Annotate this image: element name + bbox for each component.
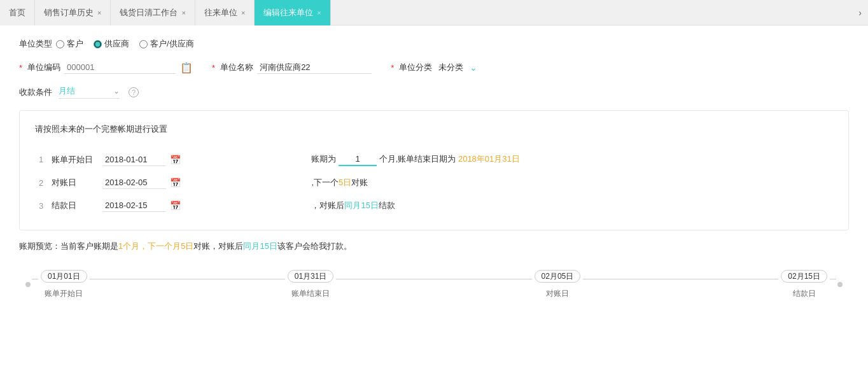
step-2-calendar-icon[interactable]: 📅 (170, 178, 181, 188)
timeline-point-1: 01月01日 账单开始日 (38, 271, 90, 299)
tab-sales-history-label: 销售订单历史 (44, 7, 94, 18)
timeline-point-2: 01月31日 账单结束日 (285, 271, 337, 299)
timeline-container: 01月01日 账单开始日 01月31日 账单结束日 02月05日 对账日 (19, 265, 849, 318)
tab-edit-partner-label: 编辑往来单位 (263, 7, 313, 18)
step-2-date-input[interactable] (102, 176, 166, 189)
step-2-num: 2 (35, 171, 48, 194)
step-2-date-wrapper: 📅 (102, 176, 304, 189)
unit-code-input[interactable] (64, 61, 176, 74)
preview-end: 该客户会给我打款。 (277, 241, 352, 251)
timeline-point-2-dot-wrapper: 01月31日 (285, 271, 337, 282)
tab-cash-work-label: 钱货日清工作台 (120, 7, 178, 18)
radio-customer[interactable]: 客户 (56, 38, 83, 50)
timeline-point-3: 02月05日 对账日 (532, 271, 584, 299)
step-1-date-wrapper: 📅 (102, 153, 304, 166)
radio-supplier-input[interactable] (94, 40, 102, 48)
step-1-label: 账单开始日 (48, 148, 99, 171)
payment-condition-select-wrapper: 月结 ⌄ (59, 85, 120, 99)
unit-type-field: 单位类型 客户 供应商 客户/供应商 (19, 38, 194, 50)
payment-condition-row: 收款条件 月结 ⌄ ? (19, 85, 849, 99)
step-2-label: 对账日 (48, 171, 99, 194)
timeline-point-2-date: 01月31日 (288, 270, 334, 283)
preview-text: 账期预览：当前客户账期是1个月，下一个月5日对账，对账后同月15日该客户会给我打… (19, 241, 849, 252)
payment-condition-chevron[interactable]: ⌄ (113, 87, 120, 95)
tab-partners[interactable]: 往来单位 × (195, 0, 255, 25)
radio-both[interactable]: 客户/供应商 (139, 38, 194, 50)
step-1-date-input[interactable] (102, 153, 166, 166)
step-1-desc: 账期为 个月,账单结束日期为 2018年01月31日 (307, 148, 833, 171)
radio-both-label: 客户/供应商 (150, 38, 194, 50)
step-3-row: 3 结款日 📅 ，对账后同月15日结款 (35, 194, 833, 217)
tab-home[interactable]: 首页 (0, 0, 35, 25)
timeline-left-circle (25, 282, 31, 287)
unit-name-label: 单位名称 (220, 62, 253, 73)
preview-period: 1个月， (118, 241, 148, 251)
tab-edit-partner-close[interactable]: × (317, 9, 321, 17)
step-2-desc-before: ,下一个 (311, 178, 339, 187)
unit-class-chevron[interactable]: ⌄ (470, 62, 477, 73)
timeline-point-4-date: 02月15日 (781, 270, 827, 283)
tab-sales-history-close[interactable]: × (97, 9, 101, 17)
radio-customer-input[interactable] (56, 40, 64, 48)
period-input[interactable] (339, 153, 377, 166)
timeline-point-1-date: 01月01日 (41, 270, 87, 283)
step-1-date-cell: 📅 (99, 148, 307, 171)
timeline-point-4-label: 结款日 (793, 288, 816, 299)
unit-class-field: * 单位分类 未分类 ⌄ (391, 62, 477, 73)
radio-customer-label: 客户 (67, 38, 83, 50)
unit-code-icon[interactable]: 📋 (180, 62, 193, 74)
tab-cash-work[interactable]: 钱货日清工作台 × (111, 0, 195, 25)
radio-both-input[interactable] (139, 40, 148, 48)
tab-partners-label: 往来单位 (204, 7, 237, 18)
timeline-point-4: 02月15日 结款日 (778, 271, 830, 299)
step-3-label: 结款日 (48, 194, 99, 217)
timeline-point-4-dot-wrapper: 02月15日 (778, 271, 830, 282)
unit-type-radio-group: 客户 供应商 客户/供应商 (56, 38, 194, 50)
radio-supplier[interactable]: 供应商 (94, 38, 129, 50)
tab-home-label: 首页 (9, 7, 25, 18)
step-3-date-cell: 📅 (99, 194, 307, 217)
step-3-date-wrapper: 📅 (102, 199, 304, 212)
timeline-point-1-label: 账单开始日 (45, 288, 83, 299)
unit-type-label: 单位类型 (19, 38, 52, 50)
unit-info-row: * 单位编码 📋 * 单位名称 * 单位分类 未分类 ⌄ (19, 61, 849, 74)
help-icon[interactable]: ? (129, 87, 139, 97)
unit-code-star: * (19, 63, 22, 73)
unit-class-label: 单位分类 (399, 62, 432, 73)
step-1-calendar-icon[interactable]: 📅 (170, 155, 181, 165)
unit-name-field: * 单位名称 (212, 61, 372, 74)
step-1-desc-after: 个月,账单结束日期为 (379, 154, 456, 164)
unit-class-star: * (391, 63, 394, 73)
step-2-desc: ,下一个5日对账 (307, 171, 833, 194)
timeline-point-3-label: 对账日 (546, 288, 569, 299)
tab-edit-partner[interactable]: 编辑往来单位 × (255, 0, 330, 25)
preview-reconcile: 下一个月5日 (148, 241, 193, 251)
step-3-desc-after: 结款 (379, 201, 395, 210)
timeline-points: 01月01日 账单开始日 01月31日 账单结束日 02月05日 对账日 (32, 271, 836, 299)
steps-table: 1 账单开始日 📅 账期为 个月,账单结束日期为 2018年01月31日 (35, 148, 833, 217)
tab-cash-work-close[interactable]: × (181, 9, 185, 17)
step-3-desc: ，对账后同月15日结款 (307, 194, 833, 217)
step-3-num: 3 (35, 194, 48, 217)
unit-class-value: 未分类 (438, 62, 463, 73)
unit-type-row: 单位类型 客户 供应商 客户/供应商 (19, 38, 849, 50)
unit-name-input[interactable] (257, 61, 372, 74)
step-3-desc-before: ，对账后 (311, 201, 344, 210)
main-content: 单位类型 客户 供应商 客户/供应商 * 单位编码 (0, 25, 868, 387)
step-3-date-input[interactable] (102, 199, 166, 212)
tab-scroll-arrow[interactable]: › (852, 0, 868, 25)
timeline-right-dot (837, 282, 843, 287)
timeline-right-circle (837, 282, 843, 287)
step-3-calendar-icon[interactable]: 📅 (170, 201, 181, 211)
preview-payment: 同月15日 (243, 241, 277, 251)
step-2-desc-after: 对账 (351, 178, 368, 187)
payment-condition-value[interactable]: 月结 (59, 85, 109, 97)
unit-name-star: * (212, 63, 215, 73)
preview-label: 账期预览：当前客户账期是 (19, 241, 118, 251)
preview-mid: 对账，对账后 (193, 241, 243, 251)
card-hint: 请按照未来的一个完整帐期进行设置 (35, 123, 833, 135)
tab-partners-close[interactable]: × (241, 9, 245, 17)
step-1-row: 1 账单开始日 📅 账期为 个月,账单结束日期为 2018年01月31日 (35, 148, 833, 171)
settings-card: 请按照未来的一个完整帐期进行设置 1 账单开始日 📅 账期为 (19, 110, 849, 230)
tab-sales-history[interactable]: 销售订单历史 × (35, 0, 111, 25)
